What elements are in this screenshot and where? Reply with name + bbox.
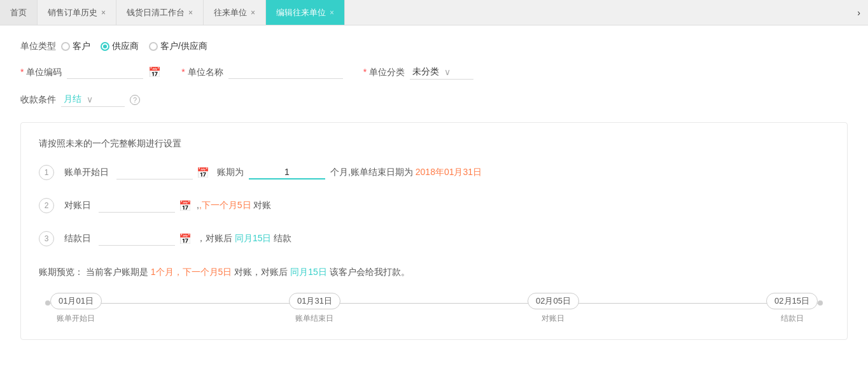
chevron-right-icon: › (857, 8, 860, 18)
tab-sales-order-history-close[interactable]: × (101, 8, 106, 17)
timeline-node-3-label: 对账日 (542, 313, 564, 324)
radio-customer-supplier-label: 客户/供应商 (160, 41, 207, 52)
step-1-date-input[interactable]: 2018-01-01 (116, 166, 193, 179)
step-3-num: 3 (39, 231, 54, 246)
unit-category-label: 单位分类 (363, 67, 405, 78)
tab-partner[interactable]: 往来单位 × (204, 0, 266, 25)
step-1-num: 1 (39, 165, 54, 180)
payment-condition-label: 收款条件 (20, 94, 56, 106)
unit-info-row: 单位编码 000001 📅 单位名称 河南供应商22 单位分类 未分类 ∨ (20, 65, 848, 80)
step-1-label: 账单开始日 (64, 167, 109, 178)
timeline-node-4: 02月15日 结款日 (766, 293, 818, 324)
step-3-label: 结款日 (64, 233, 91, 244)
tab-sales-order-history[interactable]: 销售订单历史 × (38, 0, 116, 25)
step-1-row: 1 账单开始日 2018-01-01 📅 账期为 个月,账单结束日期为 2018… (39, 165, 829, 180)
step-3-calendar-icon[interactable]: 📅 (179, 233, 192, 245)
timeline-node-4-date: 02月15日 (766, 293, 818, 309)
radio-customer-dot (61, 42, 70, 51)
timeline-node-1-date: 01月01日 (50, 293, 102, 309)
timeline-node-4-label: 结款日 (781, 313, 804, 324)
step-3-row: 3 结款日 2018-02-15 📅 ，对账后 同月15日 结款 (39, 231, 829, 246)
unit-category-group: 单位分类 未分类 ∨ (363, 65, 473, 80)
unit-type-row: 单位类型 客户 供应商 客户/供应商 (20, 41, 848, 52)
step-1-period-unit: 个月,账单结束日期为 2018年01月31日 (330, 167, 482, 178)
timeline-node-3: 02月05日 对账日 (528, 293, 579, 324)
step-2-calendar-icon[interactable]: 📅 (179, 200, 192, 212)
tab-edit-partner[interactable]: 编辑往来单位 × (266, 0, 345, 25)
payment-condition-dropdown-icon: ∨ (87, 94, 93, 104)
payment-condition-select[interactable]: 月结 ∨ (61, 92, 125, 107)
payment-condition-value: 月结 (64, 94, 81, 105)
unit-name-label: 单位名称 (181, 67, 223, 78)
radio-group: 客户 供应商 客户/供应商 (61, 41, 207, 52)
tab-cash-work-label: 钱货日清工作台 (127, 7, 185, 18)
main-content: 单位类型 客户 供应商 客户/供应商 单位编码 000001 (0, 25, 868, 387)
unit-category-value: 未分类 (412, 66, 439, 78)
tab-bar: 首页 销售订单历史 × 钱货日清工作台 × 往来单位 × 编辑往来单位 × › (0, 0, 868, 25)
timeline: 01月01日 账单开始日 01月31日 账单结束日 02月05日 对账日 (39, 293, 829, 324)
tab-home-label: 首页 (10, 7, 27, 18)
tab-edit-partner-label: 编辑往来单位 (276, 7, 326, 18)
radio-customer-supplier-dot (149, 42, 158, 51)
step-2-row: 2 对账日 2018-02-05 📅 ,,下一个月5日 对账 (39, 198, 829, 213)
step-3-date-input[interactable]: 2018-02-15 (99, 232, 175, 246)
tab-partner-label: 往来单位 (214, 7, 247, 18)
tab-sales-order-history-label: 销售订单历史 (48, 7, 97, 18)
step-3-suffix: ，对账后 同月15日 结款 (197, 233, 291, 244)
timeline-left-dot (45, 300, 50, 306)
unit-category-dropdown-icon: ∨ (444, 67, 451, 77)
step-1-suffix: 账期为 (217, 167, 244, 178)
unit-code-group: 单位编码 000001 📅 (20, 66, 161, 79)
timeline-node-1: 01月01日 账单开始日 (50, 293, 102, 324)
unit-code-calendar-icon[interactable]: 📅 (148, 66, 161, 78)
preview-text: 账期预览： 当前客户账期是 1个月，下一个月5日 对账，对账后 同月15日 该客… (39, 264, 829, 280)
unit-code-label: 单位编码 (20, 67, 62, 78)
radio-customer-supplier[interactable]: 客户/供应商 (149, 41, 207, 52)
timeline-node-2-date: 01月31日 (289, 293, 340, 309)
radio-supplier[interactable]: 供应商 (101, 41, 139, 52)
unit-name-input[interactable]: 河南供应商22 (228, 66, 343, 79)
step-2-num: 2 (39, 198, 54, 213)
timeline-node-2: 01月31日 账单结束日 (289, 293, 340, 324)
tab-edit-partner-close[interactable]: × (330, 8, 334, 17)
step-1-calendar-icon[interactable]: 📅 (197, 167, 209, 179)
unit-code-input[interactable]: 000001 (67, 66, 143, 79)
timeline-node-2-label: 账单结束日 (295, 313, 333, 324)
tab-partner-close[interactable]: × (251, 8, 255, 17)
timeline-right-dot (818, 300, 823, 306)
radio-customer[interactable]: 客户 (61, 41, 90, 52)
tab-cash-work-close[interactable]: × (188, 8, 193, 17)
timeline-node-1-label: 账单开始日 (57, 313, 95, 324)
step-2-suffix: ,,下一个月5日 对账 (197, 200, 271, 211)
step-2-date-input[interactable]: 2018-02-05 (99, 199, 175, 213)
timeline-line (50, 303, 818, 304)
radio-supplier-dot (101, 42, 109, 51)
radio-customer-label: 客户 (73, 41, 90, 52)
timeline-node-3-date: 02月05日 (528, 293, 579, 309)
unit-type-label: 单位类型 (20, 41, 56, 52)
unit-category-select[interactable]: 未分类 ∨ (410, 65, 473, 80)
help-icon[interactable]: ? (130, 95, 140, 105)
card-instruction: 请按照未来的一个完整帐期进行设置 (39, 138, 829, 150)
tab-cash-work[interactable]: 钱货日清工作台 × (116, 0, 204, 25)
tab-home[interactable]: 首页 (0, 0, 38, 25)
unit-name-group: 单位名称 河南供应商22 (181, 66, 342, 79)
settings-card: 请按照未来的一个完整帐期进行设置 1 账单开始日 2018-01-01 📅 账期… (20, 122, 848, 340)
unit-type-group: 单位类型 客户 供应商 客户/供应商 (20, 41, 207, 52)
radio-supplier-label: 供应商 (112, 41, 139, 52)
tab-more-button[interactable]: › (850, 0, 868, 25)
step-2-label: 对账日 (64, 200, 91, 211)
payment-condition-row: 收款条件 月结 ∨ ? (20, 92, 848, 107)
step-1-period-input[interactable] (249, 165, 325, 179)
